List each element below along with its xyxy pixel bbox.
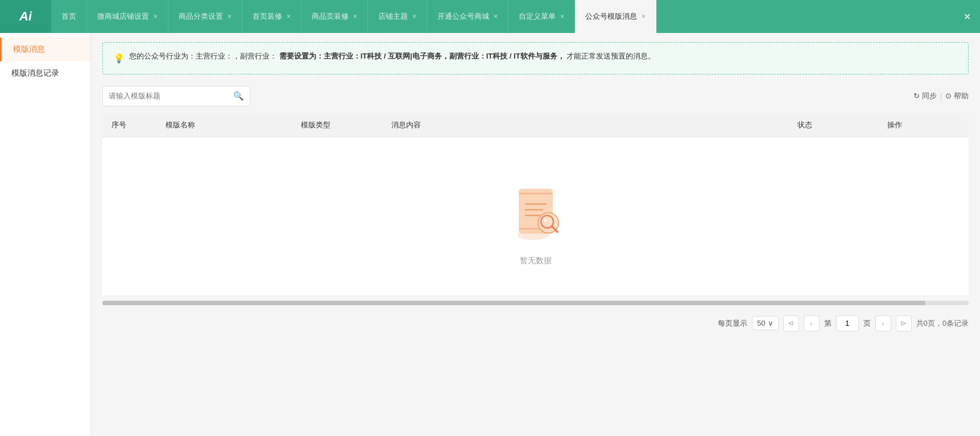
search-bar: 🔍 ↻ 同步 | ⊙ 帮助: [102, 86, 969, 106]
tab-close-icon[interactable]: ×: [154, 13, 158, 20]
col-content: 消息内容: [382, 113, 788, 138]
col-name: 模版名称: [156, 113, 292, 138]
col-type: 模版类型: [292, 113, 382, 138]
sidebar-item-template-msg[interactable]: 模版消息: [0, 38, 90, 61]
sync-button[interactable]: ↻ 同步: [913, 91, 937, 101]
chevron-down-icon: ∨: [768, 319, 774, 327]
tab-home[interactable]: 首页: [51, 0, 87, 33]
tab-close-icon[interactable]: ×: [412, 13, 416, 20]
help-button[interactable]: ⊙ 帮助: [945, 91, 969, 101]
last-page-button[interactable]: ⊳: [896, 315, 912, 331]
page-size-value: 50: [757, 319, 765, 327]
tab-label: 首页装修: [253, 11, 282, 22]
empty-icon: [502, 178, 570, 247]
top-nav: Ai 首页微商城店铺设置×商品分类设置×首页装修×商品页装修×店铺主题×开通公众…: [0, 0, 980, 33]
tab-close-icon[interactable]: ×: [560, 13, 564, 20]
page-size-select[interactable]: 50 ∨: [752, 316, 778, 330]
tab-template-message[interactable]: 公众号模版消息×: [575, 0, 656, 33]
empty-state: 暂无数据: [111, 144, 960, 289]
tab-custom-menu[interactable]: 自定义菜单×: [508, 0, 575, 33]
help-icon: ⊙: [945, 92, 952, 100]
tab-label: 首页: [61, 11, 76, 22]
search-input-wrap: 🔍: [102, 86, 250, 106]
content-area: 💡 您的公众号行业为：主营行业：，副营行业： 需要设置为：主营行业：IT科技 /…: [91, 33, 980, 436]
sync-icon: ↻: [913, 92, 920, 100]
main-layout: 模版消息模版消息记录 💡 您的公众号行业为：主营行业：，副营行业： 需要设置为：…: [0, 33, 980, 436]
tab-open-wechat-shop[interactable]: 开通公众号商城×: [427, 0, 508, 33]
empty-text: 暂无数据: [111, 256, 960, 266]
tab-close-icon[interactable]: ×: [494, 13, 498, 20]
tab-home-decor[interactable]: 首页装修×: [242, 0, 301, 33]
current-page-input[interactable]: [836, 315, 859, 331]
col-status: 状态: [788, 113, 879, 138]
tab-weshop-setting[interactable]: 微商城店铺设置×: [87, 0, 168, 33]
tab-product-page-decor[interactable]: 商品页装修×: [301, 0, 368, 33]
app-logo: Ai: [0, 0, 51, 33]
col-actions: 操作: [878, 113, 969, 138]
scroll-thumb: [102, 301, 925, 305]
tab-close-icon[interactable]: ×: [353, 13, 357, 20]
tab-label: 商品页装修: [312, 11, 349, 22]
table-body: 暂无数据: [102, 137, 969, 296]
tabs-container: 首页微商城店铺设置×商品分类设置×首页装修×商品页装修×店铺主题×开通公众号商城…: [51, 0, 954, 33]
search-input[interactable]: [109, 92, 229, 100]
tab-label: 开通公众号商城: [437, 11, 489, 22]
tab-product-category[interactable]: 商品分类设置×: [168, 0, 242, 33]
prev-page-button[interactable]: ‹: [804, 315, 820, 331]
sidebar: 模版消息模版消息记录: [0, 33, 91, 436]
tab-shop-theme[interactable]: 店铺主题×: [368, 0, 427, 33]
notice-banner: 💡 您的公众号行业为：主营行业：，副营行业： 需要设置为：主营行业：IT科技 /…: [102, 42, 969, 74]
tab-label: 自定义菜单: [519, 11, 556, 22]
pagination-bar: 每页显示 50 ∨ ⊲ ‹ 第 页 › ⊳ 共0页，0条记录: [102, 308, 969, 334]
page-suffix-label: 页: [863, 318, 871, 329]
table-header: 序号模版名称模版类型消息内容状态操作: [102, 113, 969, 138]
tab-close-icon[interactable]: ×: [228, 13, 231, 20]
total-info: 共0页，0条记录: [916, 318, 969, 329]
svg-point-7: [544, 218, 547, 222]
data-table: 序号模版名称模版类型消息内容状态操作: [102, 113, 969, 296]
notice-text: 您的公众号行业为：主营行业：，副营行业： 需要设置为：主营行业：IT科技 / 互…: [129, 51, 655, 63]
sidebar-item-template-msg-record[interactable]: 模版消息记录: [0, 61, 90, 85]
col-seq: 序号: [102, 113, 156, 138]
tab-close-icon[interactable]: ×: [642, 13, 646, 20]
table-empty-row: 暂无数据: [102, 137, 969, 296]
close-all-button[interactable]: ✕: [954, 0, 980, 33]
search-icon[interactable]: 🔍: [233, 91, 244, 101]
table-empty-cell: 暂无数据: [102, 137, 969, 296]
tab-label: 商品分类设置: [179, 11, 223, 22]
page-size-label: 每页显示: [718, 318, 747, 329]
tab-label: 公众号模版消息: [585, 11, 637, 22]
table-header-row: 序号模版名称模版类型消息内容状态操作: [102, 113, 969, 138]
horizontal-scrollbar[interactable]: [102, 301, 969, 305]
first-page-button[interactable]: ⊲: [783, 315, 799, 331]
tab-label: 微商城店铺设置: [97, 11, 149, 22]
next-page-button[interactable]: ›: [875, 315, 891, 331]
bulb-icon: 💡: [113, 51, 125, 66]
page-prefix-label: 第: [824, 318, 832, 329]
toolbar-divider: |: [940, 92, 942, 100]
tab-label: 店铺主题: [378, 11, 408, 22]
toolbar-right: ↻ 同步 | ⊙ 帮助: [913, 91, 969, 101]
tab-close-icon[interactable]: ×: [287, 13, 291, 20]
